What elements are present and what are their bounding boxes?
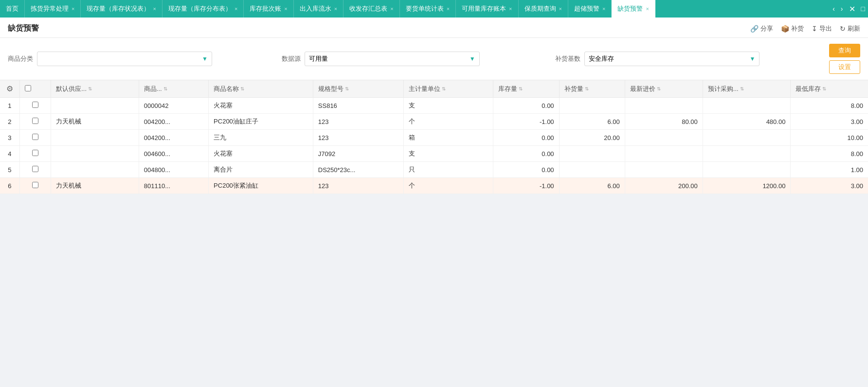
tab-expand-button[interactable]: □ xyxy=(858,0,868,18)
tab-picking-label: 拣货异常处理 xyxy=(31,4,69,13)
tab-batch-account-close[interactable]: × xyxy=(284,6,287,12)
tab-expiry[interactable]: 保质期查询 × xyxy=(519,0,568,18)
replenish-basis-filter-group: 补货基数 安全库存 ▼ xyxy=(555,52,821,66)
cell-supplier xyxy=(51,146,139,162)
tab-shortage-close[interactable]: × xyxy=(646,6,649,12)
row-checkbox[interactable] xyxy=(32,166,38,172)
cell-stock: -1.00 xyxy=(493,114,559,130)
tab-flow[interactable]: 出入库流水 × xyxy=(294,0,344,18)
tab-summary[interactable]: 收发存汇总表 × xyxy=(344,0,399,18)
replenish-icon: 📦 xyxy=(781,25,789,33)
row-num: 3 xyxy=(0,130,19,146)
tab-picking[interactable]: 拣货异常处理 × xyxy=(25,0,81,18)
sort-min-stock[interactable]: 最低库存 ⇅ xyxy=(796,85,826,93)
cell-est-purchase xyxy=(703,146,791,162)
tab-batch-account[interactable]: 库存批次账 × xyxy=(244,0,293,18)
cell-latest-price xyxy=(625,146,703,162)
tab-overstock-close[interactable]: × xyxy=(602,6,605,12)
tab-inventory-status-close[interactable]: × xyxy=(153,6,156,12)
cell-replenish-qty xyxy=(559,146,625,162)
row-checkbox[interactable] xyxy=(32,150,38,156)
column-settings-button[interactable]: ⚙ xyxy=(6,84,13,93)
datasource-select[interactable]: 可用量 ▼ xyxy=(305,52,480,66)
sort-latest-price[interactable]: 最新进价 ⇅ xyxy=(630,85,661,93)
tab-shortage-label: 缺货预警 xyxy=(617,4,643,13)
category-select[interactable]: ▼ xyxy=(37,52,212,66)
cell-stock: 0.00 xyxy=(493,162,559,178)
sort-spec[interactable]: 规格型号 ⇅ xyxy=(318,85,349,93)
tab-picking-close[interactable]: × xyxy=(72,6,74,12)
sort-stock[interactable]: 库存量 ⇅ xyxy=(498,85,523,93)
refresh-button[interactable]: ↻ 刷新 xyxy=(840,24,860,33)
tab-overstock[interactable]: 超储预警 × xyxy=(568,0,612,18)
replenish-basis-select[interactable]: 安全库存 ▼ xyxy=(584,52,760,66)
cell-est-purchase xyxy=(703,98,791,114)
tab-prev-button[interactable]: ‹ xyxy=(830,0,838,18)
th-unit: 主计量单位 ⇅ xyxy=(403,80,493,98)
sort-product-code[interactable]: 商品... ⇅ xyxy=(144,85,167,93)
replenish-button[interactable]: 📦 补货 xyxy=(781,24,804,33)
export-icon: ↧ xyxy=(812,25,817,33)
share-button[interactable]: 🔗 分享 xyxy=(750,24,773,33)
cell-min-stock: 8.00 xyxy=(791,146,868,162)
settings-button[interactable]: 设置 xyxy=(829,60,860,74)
th-replenish-qty-label: 补货量 xyxy=(564,85,583,93)
tab-next-button[interactable]: › xyxy=(838,0,846,18)
sort-replenish-qty[interactable]: 补货量 ⇅ xyxy=(564,85,589,93)
th-checkbox xyxy=(19,80,51,98)
cell-replenish-qty xyxy=(559,98,625,114)
row-checkbox[interactable] xyxy=(32,182,38,188)
tab-requisition[interactable]: 要货单统计表 × xyxy=(400,0,456,18)
tab-home[interactable]: 首页 xyxy=(0,0,25,18)
sort-supplier[interactable]: 默认供应... ⇅ xyxy=(56,85,92,93)
cell-replenish-qty xyxy=(559,162,625,178)
cell-latest-price xyxy=(625,162,703,178)
sort-est-purchase-icon: ⇅ xyxy=(740,86,744,91)
cell-unit: 个 xyxy=(403,114,493,130)
tab-summary-close[interactable]: × xyxy=(390,6,393,12)
select-all-checkbox[interactable] xyxy=(25,85,31,91)
th-product-code: 商品... ⇅ xyxy=(139,80,208,98)
cell-supplier xyxy=(51,162,139,178)
th-unit-label: 主计量单位 xyxy=(409,85,440,93)
sort-product-name[interactable]: 商品名称 ⇅ xyxy=(214,85,244,93)
th-product-name-label: 商品名称 xyxy=(214,85,239,93)
row-checkbox-cell xyxy=(19,146,51,162)
cell-stock: 0.00 xyxy=(493,98,559,114)
th-stock-label: 库存量 xyxy=(498,85,517,93)
row-checkbox[interactable] xyxy=(32,118,38,124)
share-icon: 🔗 xyxy=(750,25,759,33)
sort-unit[interactable]: 主计量单位 ⇅ xyxy=(409,85,446,93)
row-checkbox[interactable] xyxy=(32,134,38,140)
tab-available-close[interactable]: × xyxy=(509,6,512,12)
sort-est-purchase[interactable]: 预计采购... ⇅ xyxy=(708,85,744,93)
tab-close-all-button[interactable]: ✕ xyxy=(846,0,858,18)
page-title: 缺货预警 xyxy=(8,23,39,34)
tab-inventory-dist[interactable]: 现存量（库存分布表） × xyxy=(163,0,244,18)
cell-spec: J7092 xyxy=(313,146,403,162)
replenish-basis-select-arrow-icon: ▼ xyxy=(749,55,755,62)
tab-requisition-close[interactable]: × xyxy=(447,6,450,12)
row-checkbox[interactable] xyxy=(32,102,38,108)
refresh-icon: ↻ xyxy=(840,25,846,33)
th-min-stock-label: 最低库存 xyxy=(796,85,821,93)
tab-expiry-close[interactable]: × xyxy=(559,6,562,12)
tab-flow-close[interactable]: × xyxy=(334,6,337,12)
sort-latest-price-icon: ⇅ xyxy=(657,86,661,91)
query-button[interactable]: 查询 xyxy=(829,44,860,57)
cell-min-stock: 10.00 xyxy=(791,130,868,146)
cell-stock: 0.00 xyxy=(493,146,559,162)
tab-shortage[interactable]: 缺货预警 × xyxy=(612,0,655,18)
cell-product-name: PC200油缸庄子 xyxy=(209,114,313,130)
tab-inventory-status[interactable]: 现存量（库存状况表） × xyxy=(81,0,162,18)
th-spec-label: 规格型号 xyxy=(318,85,344,93)
tab-inventory-status-label: 现存量（库存状况表） xyxy=(87,4,150,13)
table-row: 3004200...三九123箱0.0020.0010.00 xyxy=(0,130,868,146)
category-label: 商品分类 xyxy=(8,54,33,63)
tab-available[interactable]: 可用量库存账本 × xyxy=(456,0,518,18)
export-button[interactable]: ↧ 导出 xyxy=(812,24,832,33)
cell-product-code: 004600... xyxy=(139,146,208,162)
tab-inventory-dist-close[interactable]: × xyxy=(235,6,237,12)
cell-product-code: 801110... xyxy=(139,178,208,194)
data-table: ⚙ 默认供应... ⇅ 商品... ⇅ xyxy=(0,80,868,194)
